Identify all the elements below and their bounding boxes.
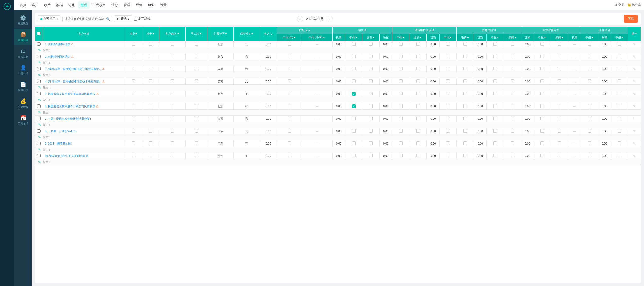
th-report-year[interactable]: 申报(年)▼ <box>277 34 302 41</box>
edu-declare[interactable] <box>486 91 504 97</box>
name-tag-checkbox[interactable] <box>134 17 137 21</box>
client-confirm[interactable] <box>159 41 186 47</box>
nav-client[interactable]: 客户 <box>29 1 41 9</box>
report-year[interactable] <box>277 103 302 110</box>
client-confirm[interactable] <box>159 153 186 159</box>
copy-tax[interactable] <box>125 53 142 60</box>
sub-sidebar-personal-tax[interactable]: 👤 个税申报 <box>14 62 32 78</box>
operation[interactable]: ✎ <box>628 103 641 110</box>
paid-tax[interactable] <box>186 140 207 147</box>
vat-declare[interactable]: ✓ <box>345 103 362 110</box>
row-checkbox[interactable] <box>37 142 41 145</box>
report-year[interactable] <box>277 91 302 97</box>
clear-card[interactable] <box>142 103 159 110</box>
paid-tax[interactable] <box>186 66 207 72</box>
edu-declare[interactable] <box>486 53 504 60</box>
vat-pay[interactable] <box>362 128 380 134</box>
urban-declare2[interactable] <box>439 53 457 60</box>
operation[interactable]: ✎ <box>628 140 641 147</box>
client-confirm[interactable] <box>159 53 186 60</box>
th-local-pay[interactable]: 缴费▼ <box>551 34 568 41</box>
urban-pay[interactable] <box>409 41 427 47</box>
client-confirm[interactable] <box>159 91 186 97</box>
vat-declare[interactable] <box>345 116 362 122</box>
client-name[interactable]: 7. （原）误删勿改李艳牙测试斯套新1 <box>43 116 125 122</box>
copy-tax[interactable] <box>125 78 142 85</box>
edu-pay[interactable] <box>457 153 474 159</box>
select-all-checkbox[interactable] <box>37 32 41 35</box>
vat-pay[interactable] <box>362 41 380 47</box>
stamp-declare[interactable] <box>581 66 598 72</box>
edu-pay[interactable] <box>457 78 474 85</box>
client-name[interactable]: 6. 畅捷通信息技术股份有限公司民珑测试 ⚠ <box>43 103 125 110</box>
urban-declare2[interactable] <box>439 103 457 110</box>
vat-pay[interactable] <box>362 153 380 159</box>
local-pay[interactable] <box>551 103 568 110</box>
urban-pay[interactable] <box>409 53 427 60</box>
client-confirm[interactable] <box>159 116 186 122</box>
local-pay[interactable] <box>551 91 568 97</box>
stamp-declare[interactable] <box>581 41 598 47</box>
edit-icon[interactable]: ✎ <box>633 117 636 121</box>
client-name[interactable]: 3. (库存核算）直播畅捷通信息技术股份有限... ⚠ <box>43 66 125 72</box>
edit-icon[interactable]: ✎ <box>633 129 636 133</box>
edu-pay[interactable] <box>457 103 474 110</box>
vat-declare[interactable] <box>345 66 362 72</box>
edit-icon[interactable]: ✎ <box>633 79 636 83</box>
operation[interactable]: ✎ <box>628 153 641 159</box>
edu-pay2[interactable] <box>504 53 521 60</box>
filter-button[interactable]: ⊟ 筛选 ▾ <box>114 15 132 22</box>
th-urban-declare[interactable]: 申报▼ <box>392 34 409 41</box>
copy-tax[interactable] <box>125 66 142 72</box>
row-select[interactable] <box>35 140 43 147</box>
vat-declare[interactable] <box>345 41 362 47</box>
fullscreen-btn[interactable]: 🖥 全屏 <box>614 3 624 7</box>
client-confirm[interactable] <box>159 78 186 85</box>
urban-declare2[interactable] <box>439 128 457 134</box>
local-pay[interactable] <box>551 78 568 85</box>
stamp-declare[interactable] <box>581 128 598 134</box>
urban-declare[interactable] <box>392 116 409 122</box>
edu-pay2[interactable] <box>504 91 521 97</box>
stamp-declare[interactable] <box>581 103 598 110</box>
edit-icon[interactable]: ✎ <box>633 42 636 46</box>
copy-tax[interactable] <box>125 41 142 47</box>
vat-declare[interactable] <box>345 53 362 60</box>
row-checkbox[interactable] <box>37 154 41 157</box>
urban-declare[interactable] <box>392 41 409 47</box>
urban-declare[interactable] <box>392 66 409 72</box>
vip-btn[interactable]: 👑 畅会员 <box>627 3 641 7</box>
th-edu-declare[interactable]: 申报▼ <box>486 34 504 41</box>
th-edu-pay[interactable]: 缴费▼ <box>457 34 474 41</box>
stamp-declare2[interactable] <box>611 103 628 110</box>
operation[interactable]: ✎ <box>628 91 641 97</box>
client-name[interactable]: 4. (库存核算）直播畅捷通信息技术股份有限... ⚠ <box>43 78 125 85</box>
nav-bookkeeping[interactable]: 记账 <box>66 1 77 9</box>
report-year[interactable] <box>277 78 302 85</box>
row-select[interactable] <box>35 116 43 122</box>
row-checkbox[interactable] <box>37 67 41 70</box>
urban-pay[interactable] <box>409 78 427 85</box>
urban-declare[interactable] <box>392 78 409 85</box>
edit-icon[interactable]: ✎ <box>633 154 636 158</box>
download-button[interactable]: 下载 <box>624 15 638 23</box>
th-edu-pay2[interactable]: 缴费▼ <box>504 34 521 41</box>
sub-sidebar-tax-record[interactable]: 📄 报税记录 <box>14 79 32 95</box>
search-box[interactable]: 🔍 <box>62 16 112 22</box>
clear-card[interactable] <box>142 66 159 72</box>
local-pay[interactable] <box>551 53 568 60</box>
data-table-wrapper[interactable]: 客户名称 抄税▼ 清卡▼ 客户确认▼ 已完税▼ 所属地区▼ 税控设备▼ 收入 C… <box>35 27 641 283</box>
copy-tax[interactable] <box>125 103 142 110</box>
urban-declare2[interactable] <box>439 116 457 122</box>
client-name[interactable]: 9. 2013（陶美芳勿删） <box>43 140 125 147</box>
client-name[interactable]: 2. 勿删新锐网络通信 ⚠ <box>43 53 125 60</box>
nav-service[interactable]: 服务 <box>145 1 157 9</box>
report-year[interactable] <box>277 128 302 134</box>
local-declare[interactable] <box>534 66 551 72</box>
th-stamp-declare[interactable]: 申报▼ <box>581 34 598 41</box>
copy-tax[interactable] <box>125 140 142 147</box>
edu-pay2[interactable] <box>504 41 521 47</box>
client-name[interactable]: 1. 勿删新锐网络通信 ⚠ <box>43 41 125 47</box>
paid-tax[interactable] <box>186 78 207 85</box>
paid-tax[interactable] <box>186 91 207 97</box>
